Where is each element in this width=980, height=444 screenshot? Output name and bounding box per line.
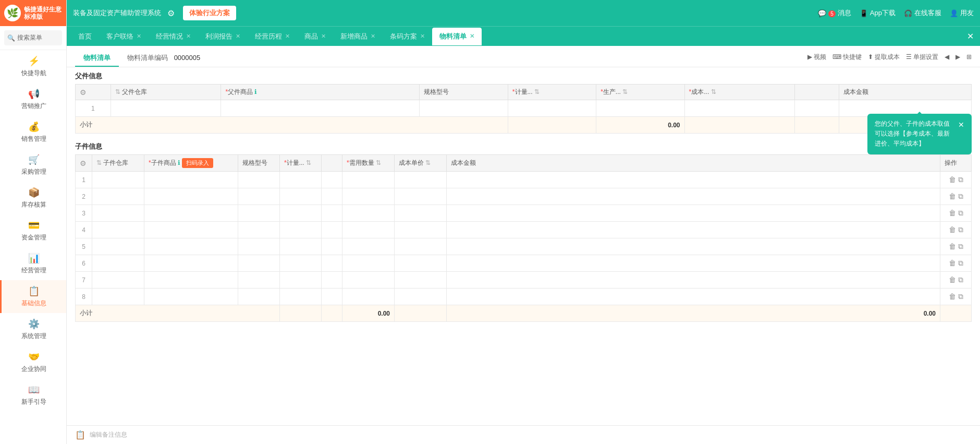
app-download-button[interactable]: 📱 App下载 <box>860 8 896 18</box>
tab-barcode-close[interactable]: ✕ <box>420 33 425 40</box>
delete-icon-6[interactable]: 🗑 <box>949 259 956 268</box>
child-row-7-warehouse[interactable] <box>92 272 144 289</box>
child-row-2-product[interactable] <box>144 188 238 205</box>
delete-icon-1[interactable]: 🗑 <box>949 175 956 184</box>
sidebar-item-finance[interactable]: 💳 资金管理 <box>0 214 66 247</box>
tooltip-close-button[interactable]: ✕ <box>958 119 964 130</box>
tab-profit[interactable]: 利润报告 ✕ <box>198 28 248 45</box>
sidebar-item-system[interactable]: ⚙️ 系统管理 <box>0 313 66 346</box>
child-row-2-unit[interactable] <box>280 188 322 205</box>
expand-icon[interactable]: ⊞ <box>966 53 972 61</box>
close-all-tabs[interactable]: ✕ <box>965 29 976 43</box>
child-row-4-warehouse[interactable] <box>92 222 144 238</box>
notes-text[interactable]: 编辑备注信息 <box>90 430 127 439</box>
scan-input-button[interactable]: 扫码录入 <box>182 158 213 168</box>
child-row-2-qty[interactable] <box>342 188 395 205</box>
copy-icon-8[interactable]: ⧉ <box>958 292 963 301</box>
tab-operations-close[interactable]: ✕ <box>186 33 191 40</box>
child-row-8-unitcost[interactable] <box>395 289 447 305</box>
delete-icon-4[interactable]: 🗑 <box>949 225 956 234</box>
sub-tab-bom-list[interactable]: 物料清单 <box>75 50 119 67</box>
copy-icon-6[interactable]: ⧉ <box>958 259 963 268</box>
tab-customer[interactable]: 客户联络 ✕ <box>99 28 149 45</box>
sidebar-item-marketing[interactable]: 📢 营销推广 <box>0 83 66 116</box>
sidebar-item-guide[interactable]: 📖 新手引导 <box>0 379 66 412</box>
online-service-button[interactable]: 🎧 在线客服 <box>904 8 941 18</box>
tab-new-product-close[interactable]: ✕ <box>371 33 375 40</box>
parent-row-warehouse[interactable] <box>111 100 221 117</box>
child-row-6-warehouse[interactable] <box>92 255 144 272</box>
copy-icon-4[interactable]: ⧉ <box>958 225 963 234</box>
sidebar-item-inventory[interactable]: 📦 库存核算 <box>0 182 66 214</box>
sub-tab-bom-code[interactable]: 物料清单编码 0000005 <box>119 50 209 67</box>
extract-cost-action[interactable]: ⬆ 提取成本 <box>868 53 900 62</box>
child-row-8-qty[interactable] <box>342 289 395 305</box>
single-settings-action[interactable]: ☰ 单据设置 <box>906 53 938 62</box>
child-row-3-qty[interactable] <box>342 205 395 222</box>
child-row-3-unit[interactable] <box>280 205 322 222</box>
child-row-5-product[interactable] <box>144 238 238 255</box>
child-row-1-warehouse[interactable] <box>92 172 144 188</box>
child-row-6-unit[interactable] <box>280 255 322 272</box>
child-row-2-warehouse[interactable] <box>92 188 144 205</box>
nav-next[interactable]: ▶ <box>956 53 960 61</box>
child-row-5-unit[interactable] <box>280 238 322 255</box>
delete-icon-7[interactable]: 🗑 <box>949 275 956 284</box>
col-gear-icon[interactable]: ⚙ <box>80 88 87 97</box>
child-row-4-unit[interactable] <box>280 222 322 238</box>
child-row-3-product[interactable] <box>144 205 238 222</box>
tab-profit-close[interactable]: ✕ <box>236 33 240 40</box>
child-row-7-spec[interactable] <box>238 272 280 289</box>
child-row-2-spec[interactable] <box>238 188 280 205</box>
child-row-2-unitcost[interactable] <box>395 188 447 205</box>
child-row-5-unitcost[interactable] <box>395 238 447 255</box>
tab-products[interactable]: 商品 ✕ <box>297 28 333 45</box>
child-row-3-unitcost[interactable] <box>395 205 447 222</box>
child-row-1-spec[interactable] <box>238 172 280 188</box>
tab-operations[interactable]: 经营情况 ✕ <box>149 28 198 45</box>
parent-row-spec[interactable] <box>420 100 508 117</box>
copy-icon-1[interactable]: ⧉ <box>958 175 963 184</box>
tab-bom[interactable]: 物料清单 ✕ <box>432 28 482 45</box>
nav-prev[interactable]: ◀ <box>945 53 949 61</box>
child-row-4-qty[interactable] <box>342 222 395 238</box>
shortcut-action[interactable]: ⌨ 快捷键 <box>832 53 862 62</box>
view-action[interactable]: ▶ 视频 <box>807 53 826 62</box>
child-row-4-spec[interactable] <box>238 222 280 238</box>
copy-icon-3[interactable]: ⧉ <box>958 209 963 218</box>
child-row-8-unit[interactable] <box>280 289 322 305</box>
child-row-8-product[interactable] <box>144 289 238 305</box>
child-row-7-qty[interactable] <box>342 272 395 289</box>
delete-icon-2[interactable]: 🗑 <box>949 192 956 201</box>
child-row-6-qty[interactable] <box>342 255 395 272</box>
user-menu[interactable]: 👤 用友 <box>950 8 974 18</box>
delete-icon-8[interactable]: 🗑 <box>949 292 956 301</box>
child-row-8-warehouse[interactable] <box>92 289 144 305</box>
copy-icon-5[interactable]: ⧉ <box>958 242 963 251</box>
tab-new-product[interactable]: 新增商品 ✕ <box>333 28 383 45</box>
child-row-7-product[interactable] <box>144 272 238 289</box>
child-row-1-qty[interactable] <box>342 172 395 188</box>
delete-icon-3[interactable]: 🗑 <box>949 209 956 218</box>
child-row-5-qty[interactable] <box>342 238 395 255</box>
copy-icon-7[interactable]: ⧉ <box>958 275 963 284</box>
copy-icon-2[interactable]: ⧉ <box>958 192 963 201</box>
tab-history[interactable]: 经营历程 ✕ <box>248 28 297 45</box>
child-row-4-product[interactable] <box>144 222 238 238</box>
sidebar-item-sales[interactable]: 💰 销售管理 <box>0 116 66 149</box>
tab-home[interactable]: 首页 <box>71 28 99 45</box>
sidebar-item-business[interactable]: 📊 经营管理 <box>0 247 66 280</box>
delete-icon-5[interactable]: 🗑 <box>949 242 956 251</box>
child-row-1-unit[interactable] <box>280 172 322 188</box>
sidebar-item-quick-nav[interactable]: ⚡ 快捷导航 <box>0 50 66 83</box>
trial-button[interactable]: 体验行业方案 <box>183 6 236 20</box>
tab-barcode[interactable]: 条码方案 ✕ <box>383 28 432 45</box>
child-row-5-warehouse[interactable] <box>92 238 144 255</box>
parent-row-cost[interactable] <box>684 100 795 117</box>
child-row-1-unitcost[interactable] <box>395 172 447 188</box>
tab-customer-close[interactable]: ✕ <box>137 33 141 40</box>
parent-row-mfg[interactable] <box>596 100 684 117</box>
sidebar-item-basic-info[interactable]: 📋 基础信息 <box>0 280 66 313</box>
child-row-3-warehouse[interactable] <box>92 205 144 222</box>
parent-row-product[interactable] <box>221 100 420 117</box>
